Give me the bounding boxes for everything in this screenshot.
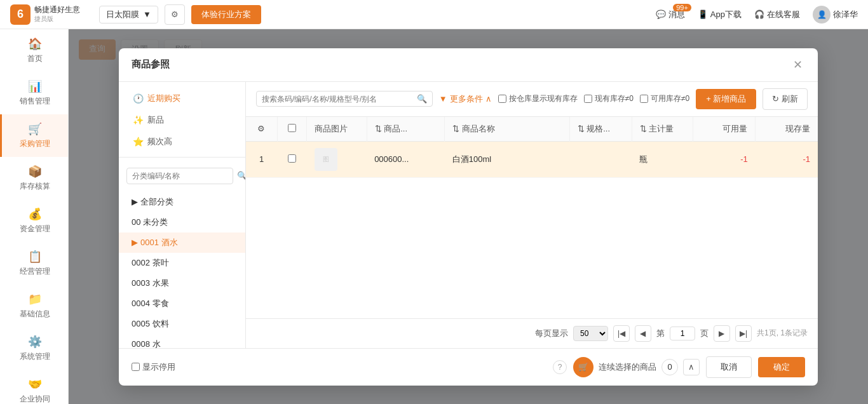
- category-search-box: 🔍: [119, 163, 245, 189]
- tab-high-frequency[interactable]: ⭐ 频次高: [126, 131, 238, 152]
- tab-freq-label: 频次高: [147, 136, 172, 147]
- row-check: [277, 141, 307, 177]
- category-search-button[interactable]: 🔍: [237, 168, 246, 184]
- check-all[interactable]: [288, 124, 296, 132]
- show-disabled-checkbox[interactable]: 显示停用: [132, 361, 175, 373]
- category-0003[interactable]: 0003 水果: [119, 273, 245, 293]
- category-0008-label: 0008 水: [132, 339, 161, 348]
- category-all[interactable]: ▶ 全部分类: [119, 192, 245, 212]
- checkbox-warehouse-input[interactable]: [498, 95, 506, 103]
- modal-overlay: 商品参照 ✕ 🕐 近期购买 ✨ 新: [69, 29, 868, 404]
- filter-button[interactable]: ▼ 更多条件 ∧: [439, 93, 492, 105]
- category-0004-label: 0004 零食: [132, 298, 169, 309]
- table-row[interactable]: 1 图 000600... 白酒100ml: [246, 141, 818, 177]
- navbar: 6 畅捷通好生意 捷员版 日太阳膜 ▼ ⚙ 体验行业方案 💬 消息 99+ 📱 …: [0, 0, 868, 29]
- page-label2: 页: [700, 328, 709, 339]
- sidebar-item-finance[interactable]: 💰 资金管理: [0, 199, 68, 242]
- right-panel: 🔍 ▼ 更多条件 ∧ 按仓库显示现有库存: [246, 82, 818, 348]
- product-reference-modal: 商品参照 ✕ 🕐 近期购买 ✨ 新: [119, 48, 818, 386]
- category-0001[interactable]: ▶ 0001 酒水: [119, 232, 245, 253]
- category-0002-label: 0002 茶叶: [132, 257, 169, 269]
- category-0004[interactable]: 0004 零食: [119, 293, 245, 314]
- basic-icon: 📁: [28, 292, 42, 306]
- per-page-select[interactable]: 10 20 50 100: [573, 326, 608, 341]
- confirm-button[interactable]: 确定: [758, 357, 805, 377]
- modal-body: 🕐 近期购买 ✨ 新品 ⭐ 频次高: [119, 82, 818, 348]
- service-btn[interactable]: 🎧 在线客服: [754, 9, 800, 20]
- cancel-button[interactable]: 取消: [706, 356, 752, 378]
- filter-collapse-icon: ∧: [485, 94, 492, 104]
- category-0005-label: 0005 饮料: [132, 318, 169, 330]
- headset-icon: 🎧: [754, 10, 764, 19]
- right-toolbar: 🔍 ▼ 更多条件 ∧ 按仓库显示现有库存: [246, 82, 818, 117]
- show-disabled-label: 显示停用: [142, 361, 175, 373]
- tab-new-products[interactable]: ✨ 新品: [126, 110, 238, 130]
- collab-icon: 🤝: [28, 377, 42, 391]
- category-00[interactable]: 00 未分类: [119, 212, 245, 232]
- sidebar-item-purchase[interactable]: 🛒 采购管理: [0, 114, 68, 157]
- home-icon: 🏠: [28, 37, 42, 51]
- tab-recent-purchase[interactable]: 🕐 近期购买: [126, 88, 238, 109]
- close-button[interactable]: ✕: [790, 57, 805, 72]
- footer-right: ? 🛒 连续选择的商品 0 ∧ 取消 确定: [553, 356, 805, 378]
- content-area: 查询 设置 刷新 商品参照 ✕ 🕐: [69, 29, 868, 404]
- tab-recent-label: 近期购买: [147, 93, 180, 104]
- category-00-label: 00 未分类: [132, 217, 168, 228]
- help-button[interactable]: ?: [553, 360, 567, 374]
- category-all-label: 全部分类: [140, 196, 173, 208]
- checkbox-stock-input[interactable]: [584, 95, 592, 103]
- left-panel: 🕐 近期购买 ✨ 新品 ⭐ 频次高: [119, 82, 246, 348]
- app-download-btn[interactable]: 📱 App下载: [698, 9, 742, 20]
- branch-selector[interactable]: 日太阳膜 ▼: [99, 6, 158, 24]
- cart-label: 连续选择的商品: [599, 361, 656, 373]
- sidebar-item-basic[interactable]: 📁 基础信息: [0, 285, 68, 327]
- user-menu[interactable]: 👤 徐泽华: [813, 6, 858, 24]
- checkbox-by-warehouse[interactable]: 按仓库显示现有库存: [498, 93, 578, 104]
- page-next-button[interactable]: ▶: [714, 325, 730, 342]
- arrow-icon: ▶: [132, 197, 138, 206]
- product-image: 图: [315, 148, 337, 171]
- checkbox-avail-input[interactable]: [640, 95, 648, 103]
- sidebar-label-finance: 资金管理: [20, 224, 50, 234]
- page-total-info: 共1页, 1条记录: [757, 328, 808, 339]
- sidebar-item-management[interactable]: 📋 经营管理: [0, 242, 68, 285]
- sidebar-item-inventory[interactable]: 📦 库存核算: [0, 157, 68, 199]
- category-0002[interactable]: 0002 茶叶: [119, 253, 245, 273]
- sort-icon: ⇅: [375, 124, 382, 133]
- page-input[interactable]: [670, 327, 695, 340]
- page-first-button[interactable]: |◀: [613, 325, 630, 342]
- settings-icon[interactable]: ⚙: [165, 4, 185, 25]
- page-prev-button[interactable]: ◀: [635, 325, 651, 342]
- add-product-button[interactable]: + 新增商品: [696, 89, 756, 109]
- sidebar-item-collab[interactable]: 🤝 企业协同: [0, 370, 68, 404]
- page-last-button[interactable]: ▶|: [735, 325, 752, 342]
- category-list: ▶ 全部分类 00 未分类 ▶ 0001 酒水 0002 茶: [119, 189, 245, 348]
- sidebar-item-home[interactable]: 🏠 首页: [0, 29, 68, 72]
- th-check: [277, 117, 307, 142]
- category-0005[interactable]: 0005 饮料: [119, 314, 245, 334]
- active-arrow-icon: ▶: [132, 238, 138, 247]
- product-search-input[interactable]: [262, 95, 413, 104]
- left-tabs: 🕐 近期购买 ✨ 新品 ⭐ 频次高: [119, 82, 245, 152]
- product-table-container: ⚙ 商品图片 ⇅ 商品... ⇅ 商品名称: [246, 117, 818, 318]
- sidebar-label-management: 经营管理: [20, 266, 50, 277]
- row-checkbox[interactable]: [288, 154, 296, 163]
- sales-icon: 📊: [28, 79, 42, 93]
- main-layout: 🏠 首页 📊 销售管理 🛒 采购管理 📦 库存核算 💰 资金管理 📋 经营管理 …: [0, 29, 868, 404]
- collapse-cart-button[interactable]: ∧: [683, 359, 700, 375]
- sidebar-label-purchase: 采购管理: [20, 138, 50, 149]
- category-search-input[interactable]: [126, 168, 233, 184]
- trial-button[interactable]: 体验行业方案: [191, 5, 261, 24]
- star-icon: ⭐: [133, 137, 144, 147]
- checkbox-warehouse-label: 按仓库显示现有库存: [509, 93, 578, 104]
- sidebar-label-inventory: 库存核算: [20, 181, 50, 192]
- category-0008[interactable]: 0008 水: [119, 334, 245, 348]
- show-disabled-input[interactable]: [132, 363, 140, 371]
- message-btn[interactable]: 💬 消息 99+: [656, 9, 685, 20]
- checkbox-avail-nonzero[interactable]: 可用库存≠0: [640, 93, 689, 104]
- checkbox-stock-nonzero[interactable]: 现有库存≠0: [584, 93, 634, 104]
- sidebar-item-sales[interactable]: 📊 销售管理: [0, 72, 68, 114]
- sidebar-item-system[interactable]: ⚙️ 系统管理: [0, 327, 68, 370]
- username: 徐泽华: [833, 9, 858, 20]
- refresh-button[interactable]: ↻ 刷新: [763, 88, 808, 110]
